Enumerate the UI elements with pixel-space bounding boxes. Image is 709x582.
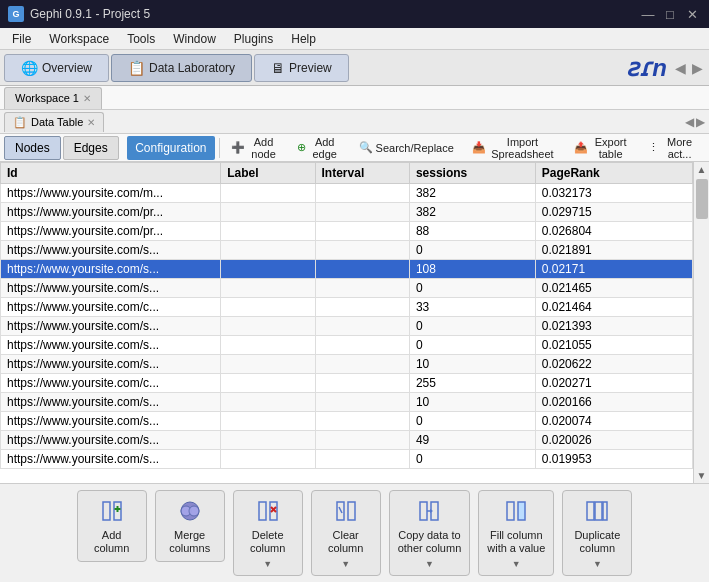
toolbar: Nodes Edges Configuration ➕ Add node ⊕ A… [0,134,709,162]
menu-window[interactable]: Window [165,30,224,48]
table-row[interactable]: https://www.yoursite.com/s... 10 0.02062… [1,355,693,374]
nav-right-arrow[interactable]: ▶ [690,60,705,76]
cell-pagerank: 0.020271 [535,374,692,393]
cell-sessions: 255 [409,374,535,393]
nav-overview[interactable]: 🌐 Overview [4,54,109,82]
data-table-tab-close[interactable]: ✕ [87,117,95,128]
workspace-tab-close[interactable]: ✕ [83,93,91,104]
duplicate-column-button[interactable]: Duplicatecolumn ▼ [562,490,632,576]
close-button[interactable]: ✕ [683,5,701,23]
cell-sessions: 382 [409,184,535,203]
table-row[interactable]: https://www.yoursite.com/s... 0 0.021393 [1,317,693,336]
fill-column-button[interactable]: Fill columnwith a value ▼ [478,490,554,576]
cell-interval [315,298,409,317]
nav-data-laboratory[interactable]: 📋 Data Laboratory [111,54,252,82]
delete-column-dropdown[interactable]: ▼ [263,559,272,569]
scroll-thumb[interactable] [696,179,708,219]
cell-label [221,317,315,336]
clear-column-button[interactable]: Clearcolumn ▼ [311,490,381,576]
cell-interval [315,203,409,222]
delete-column-label: Deletecolumn [250,529,285,555]
table-row[interactable]: https://www.yoursite.com/s... 0 0.021891 [1,241,693,260]
more-actions-button[interactable]: ⋮ More act... [640,136,705,160]
table-row[interactable]: https://www.yoursite.com/pr... 88 0.0268… [1,222,693,241]
menu-plugins[interactable]: Plugins [226,30,281,48]
nav-preview[interactable]: 🖥 Preview [254,54,349,82]
table-row[interactable]: https://www.yoursite.com/s... 108 0.0217… [1,260,693,279]
dt-left-arrow[interactable]: ◀ [685,115,694,129]
menu-workspace[interactable]: Workspace [41,30,117,48]
cell-id: https://www.yoursite.com/s... [1,412,221,431]
cell-label [221,336,315,355]
cell-pagerank: 0.020622 [535,355,692,374]
search-replace-button[interactable]: 🔍 Search/Replace [351,136,462,160]
configuration-button[interactable]: Configuration [127,136,214,160]
merge-columns-button[interactable]: Mergecolumns [155,490,225,562]
dt-right-arrow[interactable]: ▶ [696,115,705,129]
fill-column-dropdown[interactable]: ▼ [512,559,521,569]
scroll-down-arrow[interactable]: ▼ [695,468,709,483]
cell-id: https://www.yoursite.com/c... [1,298,221,317]
edges-tab[interactable]: Edges [63,136,119,160]
duplicate-column-dropdown[interactable]: ▼ [593,559,602,569]
cell-pagerank: 0.021393 [535,317,692,336]
cell-label [221,241,315,260]
cell-pagerank: 0.021891 [535,241,692,260]
preview-icon: 🖥 [271,60,285,76]
menu-tools[interactable]: Tools [119,30,163,48]
cell-sessions: 10 [409,393,535,412]
search-icon: 🔍 [359,141,373,154]
data-table-tab[interactable]: 📋 Data Table ✕ [4,112,104,132]
col-header-label[interactable]: Label [221,163,315,184]
nav-left-arrow[interactable]: ◀ [673,60,688,76]
cell-sessions: 108 [409,260,535,279]
scroll-up-arrow[interactable]: ▲ [695,162,709,177]
add-edge-button[interactable]: ⊕ Add edge [289,136,349,160]
data-table[interactable]: Id Label Interval sessions PageRank http… [0,162,693,483]
col-header-pagerank[interactable]: PageRank [535,163,692,184]
delete-column-button[interactable]: Deletecolumn ▼ [233,490,303,576]
import-icon: 📥 [472,141,486,154]
menu-help[interactable]: Help [283,30,324,48]
clear-column-dropdown[interactable]: ▼ [341,559,350,569]
workspace-tab[interactable]: Workspace 1 ✕ [4,87,102,109]
copy-data-label: Copy data toother column [398,529,462,555]
minimize-button[interactable]: — [639,5,657,23]
table-row[interactable]: https://www.yoursite.com/m... 382 0.0321… [1,184,693,203]
right-scrollbar[interactable]: ▲ ▼ [693,162,709,483]
menu-file[interactable]: File [4,30,39,48]
nav-bar: 🌐 Overview 📋 Data Laboratory 🖥 Preview ƨ… [0,50,709,86]
export-table-button[interactable]: 📤 Export table [566,136,638,160]
table-row[interactable]: https://www.yoursite.com/s... 0 0.021055 [1,336,693,355]
cell-label [221,298,315,317]
data-table-header: 📋 Data Table ✕ ◀ ▶ [0,110,709,134]
table-row[interactable]: https://www.yoursite.com/c... 255 0.0202… [1,374,693,393]
col-header-sessions[interactable]: sessions [409,163,535,184]
maximize-button[interactable]: □ [661,5,679,23]
col-header-id[interactable]: Id [1,163,221,184]
copy-data-button[interactable]: Copy data toother column ▼ [389,490,471,576]
copy-data-dropdown[interactable]: ▼ [425,559,434,569]
import-spreadsheet-button[interactable]: 📥 Import Spreadsheet [464,136,564,160]
table-row[interactable]: https://www.yoursite.com/s... 49 0.02002… [1,431,693,450]
table-row[interactable]: https://www.yoursite.com/pr... 382 0.029… [1,203,693,222]
col-header-interval[interactable]: Interval [315,163,409,184]
cell-pagerank: 0.020074 [535,412,692,431]
cell-id: https://www.yoursite.com/s... [1,393,221,412]
overview-icon: 🌐 [21,60,38,76]
nodes-tab[interactable]: Nodes [4,136,61,160]
cell-interval [315,260,409,279]
add-column-button[interactable]: Addcolumn [77,490,147,562]
svg-rect-18 [507,502,514,520]
table-row[interactable]: https://www.yoursite.com/s... 0 0.019953 [1,450,693,469]
cell-sessions: 0 [409,317,535,336]
cell-label [221,393,315,412]
cell-sessions: 0 [409,241,535,260]
svg-rect-12 [348,502,355,520]
add-node-button[interactable]: ➕ Add node [223,136,287,160]
table-row[interactable]: https://www.yoursite.com/s... 0 0.021465 [1,279,693,298]
cell-interval [315,355,409,374]
table-row[interactable]: https://www.yoursite.com/s... 10 0.02016… [1,393,693,412]
table-row[interactable]: https://www.yoursite.com/c... 33 0.02146… [1,298,693,317]
table-row[interactable]: https://www.yoursite.com/s... 0 0.020074 [1,412,693,431]
